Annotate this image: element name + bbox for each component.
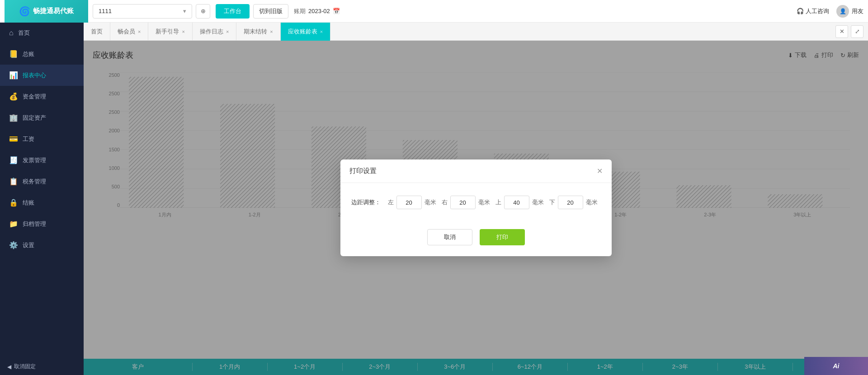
right-unit-label: 毫米	[478, 198, 490, 206]
right-direction-label: 右	[442, 198, 448, 206]
confirm-print-button[interactable]: 打印	[480, 229, 525, 245]
sidebar-collapse-button[interactable]: ◀ 取消固定	[0, 358, 84, 375]
tab-period-end[interactable]: 期末结转×	[236, 23, 280, 41]
avatar: 👤	[836, 5, 849, 18]
maximize-tab-button[interactable]: ⤢	[851, 25, 863, 38]
top-direction-label: 上	[495, 198, 501, 206]
switch-version-button[interactable]: 切到旧版	[253, 4, 288, 19]
bottom-unit-label: 毫米	[586, 198, 598, 206]
sidebar-icon-settings: ⚙️	[9, 241, 18, 249]
sidebar-label-funds: 资金管理	[23, 93, 46, 101]
logo-text: 畅捷通易代账	[33, 7, 74, 15]
tab-label-oplog: 操作日志	[200, 28, 223, 36]
company-selector[interactable]: 1111 ▾	[93, 4, 192, 19]
copy-icon: ⊕	[201, 8, 206, 14]
sidebar-icon-invoice: 🧾	[9, 156, 18, 164]
sidebar-label-home: 首页	[18, 29, 30, 37]
company-name: 1111	[99, 8, 112, 14]
sidebar-icon-reports: 📊	[9, 71, 18, 80]
tab-label-member: 畅会员	[118, 28, 135, 36]
print-settings-dialog: 打印设置 ✕ 边距调整： 左 毫米 右	[340, 159, 612, 256]
sidebar-item-ledger[interactable]: 📒总账	[0, 43, 84, 65]
consult-area[interactable]: 🎧 人工咨询	[797, 7, 829, 15]
modal-header: 打印设置 ✕	[340, 159, 612, 183]
modal-overlay: 打印设置 ✕ 边距调整： 左 毫米 右	[84, 41, 868, 375]
sidebar-icon-assets: 🏢	[9, 113, 18, 122]
sidebar-label-tax: 税务管理	[23, 178, 46, 186]
calendar-icon[interactable]: 📅	[333, 8, 340, 14]
sidebar-item-settings[interactable]: ⚙️设置	[0, 234, 84, 256]
content-area: 首页畅会员×新手引导×操作日志×期末结转×应收账龄表× ✕ ⤢ 应收账龄表 ⬇ …	[84, 23, 868, 375]
sidebar-icon-home: ⌂	[9, 29, 14, 37]
sidebar-item-salary[interactable]: 💳工资	[0, 128, 84, 150]
sidebar-label-ledger: 总账	[23, 50, 34, 58]
tab-close-guide[interactable]: ×	[182, 29, 184, 34]
sidebar-icon-archive: 📁	[9, 220, 18, 228]
sidebar-item-close[interactable]: 🔒结账	[0, 192, 84, 213]
tab-label-period-end: 期末结转	[244, 28, 267, 36]
tab-actions: ✕ ⤢	[831, 25, 868, 38]
sidebar-item-funds[interactable]: 💰资金管理	[0, 86, 84, 107]
right-margin-input[interactable]	[450, 196, 476, 209]
sidebar-item-tax[interactable]: 📋税务管理	[0, 171, 84, 192]
margin-label: 边距调整：	[351, 198, 381, 206]
left-unit-label: 毫米	[425, 198, 436, 206]
headset-icon: 🎧	[797, 8, 804, 14]
copy-button[interactable]: ⊕	[196, 4, 210, 19]
ai-badge[interactable]: Ai	[804, 357, 868, 375]
cancel-button[interactable]: 取消	[427, 229, 472, 245]
logo: 🌀 畅捷通易代账	[5, 0, 88, 23]
modal-footer: 取消 打印	[340, 222, 612, 256]
user-area[interactable]: 👤 用友	[836, 5, 863, 18]
sidebar: ⌂首页📒总账📊报表中心💰资金管理🏢固定资产💳工资🧾发票管理📋税务管理🔒结账📁归档…	[0, 23, 84, 375]
close-tab-button[interactable]: ✕	[835, 25, 848, 38]
modal-title: 打印设置	[349, 167, 377, 175]
sidebar-label-reports: 报表中心	[23, 71, 46, 80]
tab-oplog[interactable]: 操作日志×	[193, 23, 236, 41]
workbench-button[interactable]: 工作台	[216, 4, 250, 19]
sidebar-icon-salary: 💳	[9, 135, 18, 143]
sidebar-label-salary: 工资	[23, 135, 34, 143]
tab-label-guide: 新手引导	[156, 28, 179, 36]
sidebar-label-close: 结账	[23, 199, 34, 207]
sidebar-icon-close: 🔒	[9, 198, 18, 207]
left-margin-group: 左 毫米	[388, 196, 436, 209]
tab-member[interactable]: 畅会员×	[110, 23, 148, 41]
right-margin-group: 右 毫米	[442, 196, 490, 209]
sidebar-label-invoice: 发票管理	[23, 156, 46, 164]
sidebar-label-archive: 归档管理	[23, 220, 46, 228]
tab-aging[interactable]: 应收账龄表×	[281, 23, 330, 41]
margin-form-row: 边距调整： 左 毫米 右 毫米	[351, 196, 601, 209]
user-name: 用友	[852, 7, 863, 15]
sidebar-item-assets[interactable]: 🏢固定资产	[0, 107, 84, 128]
sidebar-icon-funds: 💰	[9, 92, 18, 101]
bottom-direction-label: 下	[549, 198, 555, 206]
tab-close-oplog[interactable]: ×	[226, 29, 229, 34]
sidebar-item-archive[interactable]: 📁归档管理	[0, 213, 84, 234]
sidebar-item-reports[interactable]: 📊报表中心	[0, 65, 84, 86]
top-margin-input[interactable]	[504, 196, 529, 209]
sidebar-item-home[interactable]: ⌂首页	[0, 23, 84, 43]
left-margin-input[interactable]	[396, 196, 422, 209]
sidebar-bottom-label: 取消固定	[14, 363, 36, 370]
top-unit-label: 毫米	[532, 198, 544, 206]
sidebar-item-invoice[interactable]: 🧾发票管理	[0, 150, 84, 171]
tab-label-home: 首页	[91, 28, 103, 36]
modal-close-button[interactable]: ✕	[597, 167, 603, 175]
tab-home[interactable]: 首页	[84, 23, 110, 41]
collapse-icon: ◀	[7, 364, 11, 370]
tab-bar: 首页畅会员×新手引导×操作日志×期末结转×应收账龄表× ✕ ⤢	[84, 23, 868, 41]
top-margin-group: 上 毫米	[495, 196, 544, 209]
left-direction-label: 左	[388, 198, 394, 206]
tab-close-period-end[interactable]: ×	[270, 29, 273, 34]
ai-label: Ai	[833, 362, 840, 370]
period-value: 2023-02	[308, 8, 330, 14]
bottom-margin-input[interactable]	[558, 196, 583, 209]
tab-guide[interactable]: 新手引导×	[148, 23, 192, 41]
logo-icon: 🌀	[19, 6, 30, 17]
sidebar-label-assets: 固定资产	[23, 114, 46, 122]
sidebar-icon-ledger: 📒	[9, 50, 18, 58]
tab-close-aging[interactable]: ×	[320, 29, 323, 34]
consult-label: 人工咨询	[806, 7, 829, 15]
tab-close-member[interactable]: ×	[138, 29, 141, 34]
